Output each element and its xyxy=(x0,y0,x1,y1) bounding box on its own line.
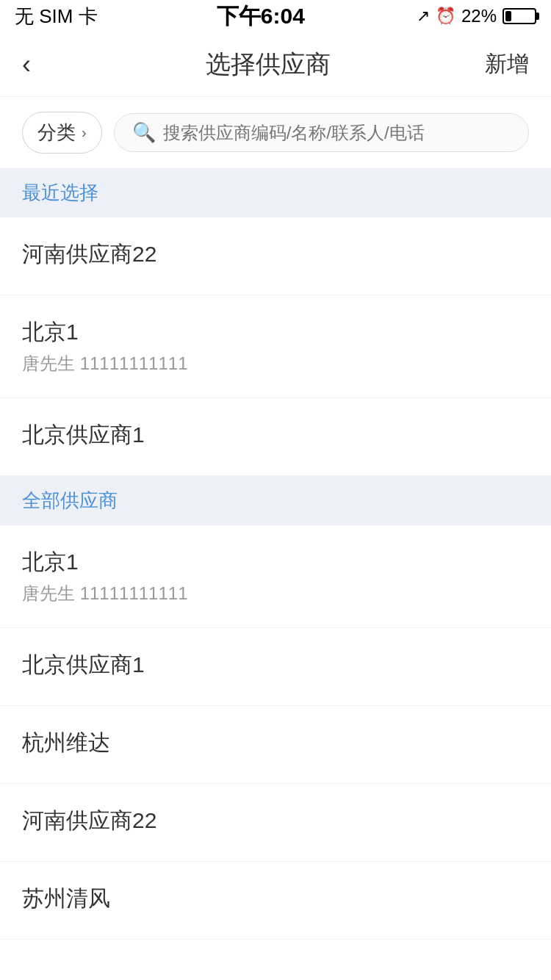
location-icon: ↗ xyxy=(417,7,430,26)
category-filter[interactable]: 分类 › xyxy=(22,112,102,154)
item-subtitle: 唐先生 11111111111 xyxy=(22,582,529,605)
back-button[interactable]: ‹ xyxy=(22,49,66,80)
item-name: 北京1 xyxy=(22,317,529,347)
section-header-1: 全部供应商 xyxy=(0,476,551,525)
list-item[interactable]: 北京供应商1 xyxy=(0,398,551,476)
list-item[interactable]: 北京供应商1 xyxy=(0,628,551,706)
filter-bar: 分类 › 🔍 xyxy=(0,97,551,168)
list-item[interactable]: 苏州清风 xyxy=(0,862,551,940)
nav-bar: ‹ 选择供应商 新增 xyxy=(0,32,551,97)
chevron-right-icon: › xyxy=(82,124,87,141)
category-label: 分类 xyxy=(37,120,76,145)
item-subtitle: 唐先生 11111111111 xyxy=(22,352,529,375)
item-name: 北京供应商1 xyxy=(22,420,529,450)
battery-percent: 22% xyxy=(461,6,497,26)
status-bar: 无 SIM 卡 下午6:04 ↗ ⏰ 22% xyxy=(0,0,551,32)
search-wrapper[interactable]: 🔍 xyxy=(114,113,529,152)
item-name: 苏州清风 xyxy=(22,884,529,914)
sim-status: 无 SIM 卡 xyxy=(15,4,98,29)
status-left: 无 SIM 卡 xyxy=(15,4,105,29)
list-item[interactable]: 河南供应商22 xyxy=(0,217,551,295)
page-title: 选择供应商 xyxy=(206,48,331,82)
status-right: ↗ ⏰ 22% xyxy=(417,6,536,26)
search-input[interactable] xyxy=(163,123,511,143)
status-time: 下午6:04 xyxy=(217,1,305,32)
list-item[interactable]: 北京1唐先生 11111111111 xyxy=(0,295,551,398)
item-name: 河南供应商22 xyxy=(22,806,529,836)
item-name: 北京1 xyxy=(22,547,529,577)
list-item[interactable]: 北京1唐先生 11111111111 xyxy=(0,525,551,628)
item-name: 河南供应商22 xyxy=(22,239,529,270)
supplier-list: 最近选择河南供应商22北京1唐先生 11111111111北京供应商1全部供应商… xyxy=(0,168,551,940)
list-item[interactable]: 杭州维达 xyxy=(0,706,551,784)
battery-icon xyxy=(503,8,536,24)
list-item[interactable]: 河南供应商22 xyxy=(0,784,551,862)
item-name: 北京供应商1 xyxy=(22,650,529,680)
item-name: 杭州维达 xyxy=(22,728,529,758)
section-header-0: 最近选择 xyxy=(0,168,551,217)
alarm-icon: ⏰ xyxy=(436,7,455,26)
add-button[interactable]: 新增 xyxy=(470,49,529,79)
search-icon: 🔍 xyxy=(132,121,156,144)
